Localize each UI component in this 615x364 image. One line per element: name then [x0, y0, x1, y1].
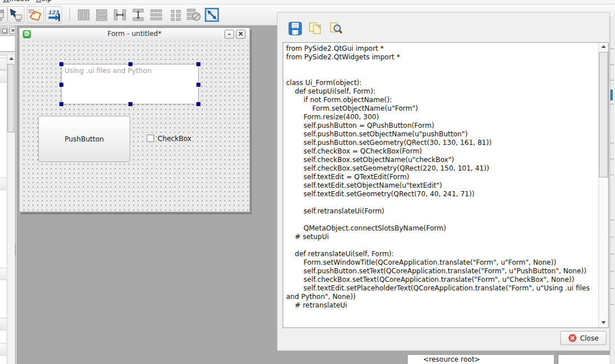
code-area: from PySide2.QtGui import * from PySide2… [283, 42, 609, 328]
layout-horizontally-splitter-button[interactable] [111, 6, 128, 23]
find-button[interactable] [329, 21, 344, 36]
qt-designer-screen: Window Help 123 [0, 0, 615, 364]
adjust-size-button[interactable] [203, 6, 220, 23]
menu-help[interactable]: Help [36, 0, 51, 3]
selection-handle[interactable] [59, 102, 63, 106]
designer-form-window: D Form - untitled* - × Using .ui files a… [19, 27, 250, 212]
scrollbar-thumb[interactable] [7, 64, 14, 132]
layout-horizontally-icon [77, 8, 90, 22]
save-icon [288, 22, 302, 35]
selection-handle[interactable] [196, 102, 200, 106]
checkbox-widget[interactable]: CheckBox [147, 127, 204, 150]
edit-widgets-button[interactable] [0, 6, 7, 23]
resource-root-item[interactable]: <resource root> [407, 354, 554, 364]
edit-buddies-icon [29, 8, 42, 22]
widget-box-item[interactable] [0, 58, 6, 70]
form-canvas[interactable]: Using .ui files and Python PushButton Ch… [20, 41, 249, 211]
form-window-title: Form - untitled* [19, 30, 250, 38]
scrollbar-thumb[interactable] [599, 52, 608, 177]
copy-button[interactable] [308, 21, 323, 36]
svg-text:123: 123 [48, 10, 59, 15]
layout-grid-icon [150, 8, 163, 22]
layout-horizontally-splitter-icon [113, 8, 127, 22]
break-layout-icon [186, 8, 201, 22]
selection-handle[interactable] [196, 62, 200, 66]
right-edge-panel [610, 16, 615, 364]
textedit-placeholder: Using .ui files and Python [65, 67, 151, 75]
form-titlebar[interactable]: D Form - untitled* - × [19, 28, 250, 42]
close-circle-icon [568, 334, 577, 342]
scrollbar-up-icon[interactable] [599, 43, 608, 51]
layout-vertically-icon [95, 8, 108, 22]
copy-icon [308, 22, 323, 35]
adjust-size-icon [204, 7, 219, 22]
code-preview-dialog: from PySide2.QtGui import * from PySide2… [277, 12, 610, 351]
layout-vertically-button[interactable] [93, 6, 110, 23]
break-layout-button[interactable] [185, 6, 202, 23]
widget-box-scrollbar[interactable] [7, 55, 15, 364]
float-icon [2, 29, 7, 33]
checkbox-indicator[interactable] [147, 135, 154, 142]
widget-box-item[interactable] [0, 70, 6, 83]
menubar: Window Help [0, 0, 615, 5]
scrollbar-down-icon[interactable] [599, 319, 608, 327]
splitter-handle[interactable] [15, 244, 17, 256]
toolbar-separator [69, 9, 71, 21]
scrollbar-up-icon[interactable] [9, 57, 14, 60]
pushbutton-widget[interactable]: PushButton [38, 116, 130, 162]
minimize-button[interactable]: - [224, 30, 234, 39]
edit-tab-order-icon: 123 [47, 8, 61, 22]
menu-window[interactable]: Window [3, 0, 30, 3]
checkbox-label: CheckBox [158, 135, 191, 143]
right-strip-selection [610, 90, 613, 100]
save-button[interactable] [288, 21, 303, 36]
edit-widgets-icon [0, 8, 6, 22]
widget-box-item[interactable] [0, 318, 6, 330]
window-close-button[interactable]: × [236, 30, 246, 39]
layout-grid-button[interactable] [148, 6, 165, 23]
edit-signals-slots-icon [9, 8, 23, 22]
selection-handle[interactable] [59, 62, 63, 66]
resource-panel-box [558, 354, 615, 364]
layout-vertically-splitter-icon [131, 8, 145, 22]
widget-box-list [0, 55, 6, 364]
close-button-label: Close [580, 334, 599, 342]
widget-box-item[interactable] [0, 177, 6, 190]
edit-tab-order-button[interactable]: 123 [45, 6, 62, 23]
selection-handle[interactable] [128, 102, 132, 106]
edit-buddies-button[interactable] [27, 6, 44, 23]
code-dialog-toolbar [288, 21, 344, 36]
layout-horizontally-button[interactable] [75, 6, 92, 23]
layout-form-button[interactable] [167, 6, 184, 23]
widget-box-item[interactable] [0, 268, 6, 280]
edit-signals-slots-button[interactable] [7, 6, 25, 23]
code-scrollbar[interactable] [598, 43, 608, 327]
code-text[interactable]: from PySide2.QtGui import * from PySide2… [283, 43, 598, 327]
selection-handle[interactable] [128, 62, 132, 66]
selection-handle[interactable] [59, 83, 63, 87]
close-button[interactable]: Close [560, 331, 606, 345]
widget-box-panel: × [0, 25, 17, 364]
layout-form-icon [169, 8, 183, 22]
selection-handle[interactable] [196, 83, 200, 87]
find-icon [329, 22, 343, 35]
dock-float-button[interactable] [1, 27, 8, 34]
panel-border [15, 25, 17, 364]
textedit-widget[interactable]: Using .ui files and Python [61, 64, 199, 104]
layout-vertically-splitter-button[interactable] [130, 6, 147, 23]
widget-box-item[interactable] [0, 343, 6, 355]
widget-filter-input[interactable] [0, 35, 16, 52]
